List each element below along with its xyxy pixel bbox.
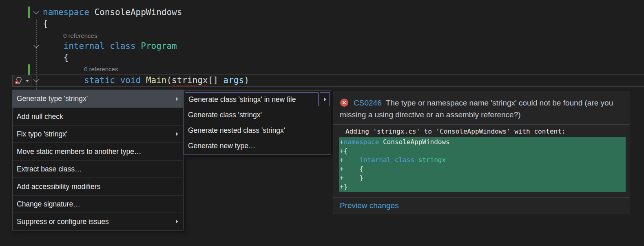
preview-expander-button[interactable] bbox=[320, 92, 330, 106]
error-icon bbox=[340, 98, 349, 107]
preview-code-section: Adding 'stringx.cs' to 'ConsoleAppWindow… bbox=[333, 124, 630, 197]
code-token: static void bbox=[84, 75, 146, 85]
fix-preview-popup: CS0246The type or namespace name 'string… bbox=[333, 92, 630, 214]
submenu-arrow-icon bbox=[176, 97, 178, 101]
submenu-item-generate-nested-class[interactable]: Generate nested class 'stringx' bbox=[185, 123, 330, 138]
code-token: args bbox=[224, 75, 244, 85]
error-header: CS0246The type or namespace name 'string… bbox=[333, 92, 630, 124]
expand-preview-arrow-icon bbox=[324, 97, 326, 101]
code-line: namespace ConsoleAppWindows bbox=[43, 7, 182, 18]
menu-item-change-signature[interactable]: Change signature… bbox=[13, 195, 183, 213]
menu-item-label: Change signature… bbox=[17, 200, 178, 209]
code-token: internal class bbox=[64, 41, 136, 51]
menu-item-add-null-check[interactable]: Add null check bbox=[13, 108, 183, 125]
code-token: + bbox=[340, 138, 344, 146]
submenu-item-generate-new-type[interactable]: Generate new type… bbox=[185, 138, 330, 154]
codelens-references[interactable]: 0 references bbox=[63, 32, 97, 40]
generate-type-submenu: Generate class 'stringx' in new file Gen… bbox=[184, 90, 331, 155]
code-token: + } bbox=[340, 174, 363, 182]
preview-changes-link[interactable]: Preview changes bbox=[340, 201, 399, 210]
code-line: { bbox=[43, 52, 69, 63]
code-token: internal class bbox=[359, 156, 414, 164]
code-token: ( bbox=[166, 75, 172, 85]
code-token: stringx bbox=[414, 156, 446, 164]
submenu-item-label: Generate class 'stringx' in new file bbox=[188, 95, 296, 104]
menu-item-label: Extract base class… bbox=[17, 165, 178, 174]
code-line: internal class Program bbox=[43, 41, 177, 51]
code-token: ConsoleAppWindows bbox=[379, 138, 449, 146]
code-token: +} bbox=[340, 183, 347, 191]
code-token: { bbox=[43, 19, 48, 29]
error-code-link[interactable]: CS0246 bbox=[354, 99, 382, 107]
menu-item-label: Fix typo 'stringx' bbox=[17, 130, 176, 138]
menu-item-fix-typo[interactable]: Fix typo 'stringx' bbox=[13, 125, 183, 143]
code-token: Program bbox=[136, 41, 177, 51]
menu-item-generate-type[interactable]: Generate type 'stringx' bbox=[13, 90, 183, 108]
code-token: Main bbox=[146, 75, 167, 85]
menu-item-label: Add null check bbox=[17, 112, 178, 121]
change-bar bbox=[28, 7, 30, 18]
menu-item-move-static-members[interactable]: Move static members to another type… bbox=[13, 143, 183, 160]
code-token: +{ bbox=[340, 147, 347, 155]
menu-item-suppress-or-configure[interactable]: Suppress or configure issues bbox=[13, 213, 183, 230]
submenu-item-generate-class-new-file[interactable]: Generate class 'stringx' in new file bbox=[185, 92, 330, 107]
submenu-item-label: Generate nested class 'stringx' bbox=[185, 126, 285, 135]
submenu-item-label: Generate new type… bbox=[185, 142, 255, 150]
code-token: namespace bbox=[344, 138, 379, 146]
quick-actions-menu: Generate type 'stringx' Add null check F… bbox=[12, 90, 184, 231]
diff-line: +} bbox=[340, 182, 626, 191]
quick-actions-lightbulb-button[interactable] bbox=[12, 75, 31, 87]
fold-chevron-icon[interactable] bbox=[33, 42, 39, 48]
change-bar bbox=[28, 64, 30, 76]
chevron-down-icon bbox=[26, 80, 29, 82]
code-token: ConsoleAppWindows bbox=[89, 7, 182, 17]
code-token bbox=[43, 75, 84, 85]
diff-line: +namespace ConsoleAppWindows bbox=[340, 138, 626, 147]
code-token: + { bbox=[340, 165, 363, 173]
code-token bbox=[43, 41, 64, 51]
menu-item-label: Generate type 'stringx' bbox=[17, 94, 176, 103]
codelens-references[interactable]: 0 references bbox=[84, 66, 118, 73]
diff-added-block: +namespace ConsoleAppWindows +{ + intern… bbox=[339, 137, 626, 192]
code-line: static void Main(stringx[] args) bbox=[43, 75, 249, 86]
preview-footer: Preview changes bbox=[333, 197, 630, 214]
code-token bbox=[43, 53, 64, 62]
diff-line: + { bbox=[340, 165, 626, 174]
submenu-arrow-icon bbox=[176, 220, 178, 224]
submenu-arrow-icon bbox=[176, 132, 178, 136]
submenu-item-label: Generate class 'stringx' bbox=[185, 111, 262, 119]
error-token: stringx bbox=[172, 75, 208, 85]
code-token: namespace bbox=[43, 7, 89, 17]
diff-line: + internal class stringx bbox=[340, 156, 626, 165]
code-token: ) bbox=[244, 75, 249, 85]
preview-adding-line: Adding 'stringx.cs' to 'ConsoleAppWindow… bbox=[339, 127, 626, 136]
lightbulb-error-icon bbox=[15, 77, 23, 85]
menu-item-extract-base-class[interactable]: Extract base class… bbox=[13, 160, 183, 178]
code-token: + bbox=[340, 156, 359, 164]
menu-item-label: Move static members to another type… bbox=[17, 147, 178, 156]
diff-line: +{ bbox=[340, 147, 626, 156]
code-token: { bbox=[64, 53, 69, 62]
code-token: [] bbox=[208, 75, 224, 85]
menu-item-label: Add accessibility modifiers bbox=[17, 182, 178, 191]
diff-line: + } bbox=[340, 174, 626, 182]
code-line: { bbox=[43, 18, 48, 29]
fold-chevron-icon[interactable] bbox=[33, 9, 39, 14]
submenu-item-generate-class[interactable]: Generate class 'stringx' bbox=[185, 107, 330, 123]
menu-item-label: Suppress or configure issues bbox=[17, 217, 176, 226]
vs-code-editor-screen: namespace ConsoleAppWindows { 0 referenc… bbox=[0, 0, 644, 246]
menu-item-add-accessibility-modifiers[interactable]: Add accessibility modifiers bbox=[13, 178, 183, 195]
